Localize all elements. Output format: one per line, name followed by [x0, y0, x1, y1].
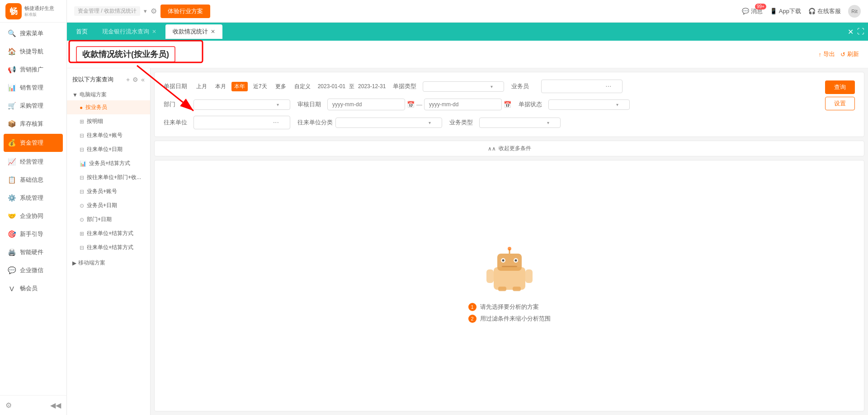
bill-status-chevron-icon: ▾	[616, 102, 618, 107]
gear-icon[interactable]: ⚙	[151, 7, 157, 15]
bill-type-select[interactable]: ▾	[423, 81, 504, 92]
settings-bottom-icon[interactable]: ⚙	[4, 399, 14, 411]
sidebar-item-guide[interactable]: 🎯 新手引导	[0, 225, 66, 243]
logo-icon: 畅	[5, 3, 22, 19]
page-title: 收款情况统计(按业务员)	[76, 46, 175, 62]
sidebar-item-inventory[interactable]: 📦 库存核算	[0, 115, 66, 133]
dept-select[interactable]: ▾	[193, 99, 290, 110]
online-service-button[interactable]: 🎧 在线客服	[808, 7, 841, 15]
tab-bank-close-icon[interactable]: ✕	[152, 28, 156, 35]
tab-bank[interactable]: 现金银行流水查询 ✕	[95, 24, 164, 39]
sidebar-nav: 🔍 搜索菜单 🏠 快捷导航 📢 营销推广 📊 销售管理 🛒 采购管理 📦 库存核…	[0, 23, 66, 395]
dropdown-arrow-icon[interactable]: ▾	[144, 8, 147, 14]
scheme-partner-date[interactable]: ⊟ 往来单位+日期	[67, 142, 150, 156]
sidebar-item-wechat[interactable]: 💬 企业微信	[0, 261, 66, 279]
logo-text: 畅捷通好生意 标准版	[24, 5, 54, 18]
refresh-button[interactable]: ↺ 刷新	[840, 50, 859, 58]
tab-receipt-close-icon[interactable]: ✕	[211, 28, 215, 35]
sidebar-item-hardware[interactable]: 🖨️ 智能硬件	[0, 243, 66, 261]
mobile-scheme-title[interactable]: ▶ 移动端方案	[67, 256, 150, 269]
message-button[interactable]: 💬 消息 99+	[742, 7, 763, 15]
main-wrapper: 资金管理 / 收款情况统计 ▾ ⚙ 体验行业方案 💬 消息 99+ 📱 App下…	[67, 0, 868, 415]
app-download-button[interactable]: 📱 App下载	[770, 7, 801, 15]
sidebar-item-finance[interactable]: 💰 资金管理	[4, 134, 63, 152]
page-header: 收款情况统计(按业务员) ↑ 导出 ↺ 刷新	[67, 41, 868, 68]
audit-from-calendar-icon[interactable]: 📅	[407, 101, 415, 108]
query-button[interactable]: 查询	[825, 80, 855, 94]
more-btn[interactable]: 更多	[273, 82, 289, 91]
scheme-salesman-settlement[interactable]: 📊 业务员+结算方式	[67, 156, 150, 170]
salesman-select[interactable]: ···	[541, 80, 623, 93]
collapse-bar[interactable]: ∧∧ 收起更多条件	[154, 141, 864, 156]
empty-state: 1 请先选择要分析的方案 2 用过滤条件来缩小分析范围	[154, 160, 864, 411]
this-year-btn[interactable]: 本年	[231, 82, 248, 91]
filter-row-2: 部门 ▾ 审核日期	[164, 99, 818, 110]
scheme-by-detail[interactable]: ⊞ 按明细	[67, 114, 150, 128]
scheme-partner-account[interactable]: ⊟ 往来单位+账号	[67, 128, 150, 142]
salesman-label: 业务员	[511, 82, 538, 90]
sidebar: 畅 畅捷通好生意 标准版 🔍 搜索菜单 🏠 快捷导航 📢 营销推广 📊 销售管理…	[0, 0, 67, 415]
scheme-settings-icon[interactable]: ⚙	[132, 76, 138, 83]
audit-to-calendar-icon[interactable]: 📅	[504, 101, 511, 108]
scheme-partner-settlement2[interactable]: ⊟ 往来单位+结算方式	[67, 241, 150, 255]
partner-more-icon[interactable]: ···	[273, 118, 279, 127]
custom-btn[interactable]: 自定义	[292, 82, 313, 91]
scheme-dept-date[interactable]: ⊙ 部门+日期	[67, 212, 150, 226]
collapse-panel-icon[interactable]: «	[141, 76, 145, 83]
export-icon: ↑	[819, 51, 822, 58]
sidebar-item-basic[interactable]: 📋 基础信息	[0, 171, 66, 189]
main-panel: 单据日期 上月 本月 本年 近7天 更多 自定义	[151, 68, 868, 415]
tab-maximize-icon[interactable]: ⛶	[857, 28, 864, 36]
partner-classify-select[interactable]: ▾	[335, 118, 442, 128]
export-button[interactable]: ↑ 导出	[819, 50, 835, 58]
panel-header-actions: + ⚙ «	[126, 76, 145, 83]
trial-button[interactable]: 体验行业方案	[160, 5, 210, 18]
audit-date-group: 📅 — 📅	[327, 99, 511, 110]
salesman-date-icon: ⊙	[80, 203, 84, 209]
scheme-partner-settlement1[interactable]: ⊞ 往来单位+结算方式	[67, 226, 150, 241]
content-area: 按以下方案查询 + ⚙ « ▼ 电脑端方案 ● 按业务员	[67, 68, 868, 415]
vip-icon: V	[7, 284, 16, 293]
filter-setting-button[interactable]: 设置	[825, 97, 855, 110]
filter-partner-classify-col: 往来单位分类 ▾	[297, 118, 442, 128]
scheme-salesman-account[interactable]: ⊟ 业务员+账号	[67, 184, 150, 198]
svg-rect-1	[497, 254, 522, 271]
svg-rect-11	[498, 287, 506, 291]
sidebar-item-shortcut[interactable]: 🏠 快捷导航	[0, 42, 66, 61]
partner-dept-icon: ⊟	[80, 174, 84, 181]
filter-biz-type-col: 业务类型 ▾	[449, 118, 561, 128]
audit-date-to[interactable]	[424, 99, 502, 110]
partner-select[interactable]: ···	[193, 116, 290, 129]
last-month-btn[interactable]: 上月	[193, 82, 210, 91]
tab-bar-right: ✕ ⛶	[848, 28, 864, 36]
scheme-salesman-date[interactable]: ⊙ 业务员+日期	[67, 198, 150, 212]
svg-point-4	[502, 259, 504, 262]
sidebar-item-system[interactable]: ⚙️ 系统管理	[0, 189, 66, 207]
sidebar-item-enterprise[interactable]: 🤝 企业协同	[0, 207, 66, 225]
tab-home[interactable]: 首页	[71, 25, 93, 38]
step-2: 2 用过滤条件来缩小分析范围	[468, 313, 551, 325]
partner-settlement1-icon: ⊞	[80, 231, 84, 237]
add-scheme-button[interactable]: +	[126, 76, 130, 83]
collapse-sidebar-icon[interactable]: ◀◀	[48, 399, 63, 411]
salesman-more-icon[interactable]: ···	[605, 82, 611, 90]
sidebar-item-operation[interactable]: 📈 经营管理	[0, 153, 66, 171]
robot-svg	[485, 247, 534, 292]
sidebar-item-purchase[interactable]: 🛒 采购管理	[0, 97, 66, 115]
desktop-scheme-title[interactable]: ▼ 电脑端方案	[67, 88, 150, 100]
tab-close-all-icon[interactable]: ✕	[848, 28, 854, 36]
audit-date-from[interactable]	[327, 99, 405, 110]
biz-type-select[interactable]: ▾	[479, 118, 561, 128]
filter-row-1: 单据日期 上月 本月 本年 近7天 更多 自定义	[164, 80, 818, 93]
bill-status-select[interactable]: ▾	[548, 99, 630, 110]
sidebar-item-marketing[interactable]: 📢 营销推广	[0, 61, 66, 79]
sidebar-item-sales[interactable]: 📊 销售管理	[0, 79, 66, 97]
scheme-partner-dept[interactable]: ⊟ 按往来单位+部门+收...	[67, 170, 150, 184]
scheme-by-salesman[interactable]: ● 按业务员	[67, 100, 150, 114]
tab-receipt[interactable]: 收款情况统计 ✕	[165, 24, 222, 39]
this-month-btn[interactable]: 本月	[212, 82, 229, 91]
sidebar-item-search[interactable]: 🔍 搜索菜单	[0, 24, 66, 42]
sidebar-item-vip[interactable]: V 畅会员	[0, 279, 66, 297]
user-avatar[interactable]: Rit	[848, 5, 861, 18]
last7-btn[interactable]: 近7天	[250, 82, 270, 91]
